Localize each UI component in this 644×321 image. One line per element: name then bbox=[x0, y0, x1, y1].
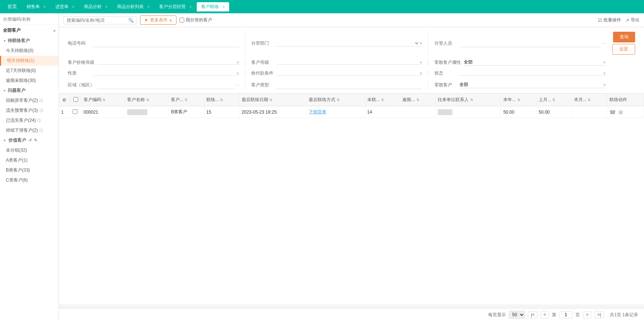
sort-contact-count-icon[interactable]: ⇅ bbox=[220, 98, 223, 102]
problem-group-title: 问题客户 bbox=[0, 86, 59, 96]
close-customer-contact-icon[interactable]: × bbox=[223, 4, 225, 9]
sort-this-month-icon[interactable]: ⇅ bbox=[588, 98, 591, 102]
sidebar-item-repurchase-abnormal[interactable]: 回购异常客户(2) ⓘ bbox=[0, 96, 59, 106]
filter-dept-select[interactable] bbox=[276, 40, 420, 46]
td-last-date: 2023-05-23 18:25: bbox=[239, 106, 306, 118]
th-name: 客户名称 ⇅ bbox=[125, 94, 169, 106]
th-action: 联络动作 bbox=[607, 94, 644, 106]
sort-code-icon[interactable]: ⇅ bbox=[102, 98, 105, 102]
nav-item-purchase[interactable]: 进货单 × bbox=[51, 2, 79, 11]
th-this-year-label: 本年... bbox=[503, 97, 516, 102]
edit-icon[interactable]: ✎ bbox=[34, 138, 37, 143]
horizontal-scrollbar[interactable] bbox=[59, 304, 644, 308]
sidebar-search-input[interactable] bbox=[3, 17, 58, 22]
prev-page-button[interactable]: < bbox=[540, 311, 549, 318]
nav-item-analysis[interactable]: 商品分析 × bbox=[80, 2, 112, 11]
th-type-label: 客户... bbox=[171, 97, 183, 102]
th-this-year: 本年... ⇅ bbox=[501, 94, 536, 106]
sidebar-item-unclassified[interactable]: 未分组(32) bbox=[0, 145, 59, 155]
last-method-link[interactable]: 下销货单 bbox=[309, 109, 326, 114]
filter-retail-label: 零散客户 bbox=[434, 82, 456, 88]
chevron-up-icon: ∧ bbox=[169, 18, 172, 23]
my-customers-checkbox[interactable] bbox=[179, 18, 184, 23]
td-no-contact: 14 bbox=[365, 106, 400, 118]
customer-name-masked: Ea bbox=[127, 109, 147, 115]
sort-no-contact-icon[interactable]: ⇅ bbox=[381, 98, 384, 102]
search-icon[interactable]: 🔍 bbox=[128, 18, 134, 23]
sort-last-date-icon[interactable]: ⇅ bbox=[269, 98, 272, 102]
export-icon: ↗ bbox=[626, 18, 629, 23]
manager-more-icon[interactable]: ··· bbox=[602, 41, 606, 45]
sort-last-method-icon[interactable]: ⇅ bbox=[337, 98, 340, 102]
sidebar-item-churn-warning[interactable]: 流失预警客户(3) ⓘ bbox=[0, 106, 59, 115]
search-input[interactable] bbox=[67, 18, 128, 23]
sort-unit-contact-icon[interactable]: ⇅ bbox=[470, 98, 473, 102]
per-page-select[interactable]: 50 bbox=[509, 311, 525, 319]
td-no: 1 bbox=[59, 106, 70, 118]
payment-chevron-icon: ∨ bbox=[420, 71, 422, 75]
sidebar-item-overdue[interactable]: 逾期未联络(30) bbox=[0, 76, 59, 86]
bulk-op-button[interactable]: ☑ 批量操作 bbox=[598, 17, 621, 23]
nav-item-customer-tier[interactable]: 客户分层经营 × bbox=[155, 2, 196, 11]
sort-type-icon[interactable]: ⇅ bbox=[185, 98, 188, 102]
nav-home[interactable]: 首页 bbox=[3, 2, 21, 11]
td-last-month: 50.00 bbox=[536, 106, 572, 118]
td-type: B类客户 bbox=[169, 106, 204, 118]
table-row: 1 000021 Ea B类客户 15 2023-05-23 18:25: 下销… bbox=[59, 106, 644, 118]
sidebar-item-churned[interactable]: 已流失客户(24) ⓘ bbox=[0, 115, 59, 125]
th-checkbox bbox=[70, 94, 81, 106]
unit-contact-masked bbox=[438, 109, 452, 115]
close-purchase-icon[interactable]: × bbox=[72, 4, 74, 9]
td-contact-count: 15 bbox=[204, 106, 239, 118]
set-button[interactable]: 设置 bbox=[612, 44, 635, 55]
row-checkbox[interactable] bbox=[73, 109, 77, 114]
info-icon-3: ⓘ bbox=[39, 128, 43, 133]
last-page-button[interactable]: >| bbox=[594, 311, 604, 318]
more-action-icon[interactable]: ⊞ bbox=[619, 109, 623, 115]
bulk-op-icon: ☑ bbox=[598, 18, 602, 23]
filter-payment-label: 收付款条件 bbox=[251, 70, 273, 76]
close-analysis-list-icon[interactable]: × bbox=[147, 4, 150, 9]
more-conditions-button[interactable]: ▼ 更多条件 ∧ bbox=[140, 15, 176, 25]
th-unit-contact: 往来单位联系人 ⇅ bbox=[435, 94, 501, 106]
nav-item-analysis-list[interactable]: 商品分析列表 × bbox=[113, 2, 154, 11]
export-button[interactable]: ↗ 导出 bbox=[626, 17, 640, 23]
filter-price-grade-label: 客户价格等级 bbox=[68, 59, 94, 66]
sort-this-year-icon[interactable]: ⇅ bbox=[517, 98, 520, 102]
sort-name-icon[interactable]: ⇅ bbox=[146, 98, 149, 102]
contact-action-icon[interactable]: ☎ bbox=[609, 109, 616, 115]
nav-item-customer-contact[interactable]: 客户联络 × bbox=[197, 2, 229, 11]
td-overdue bbox=[400, 106, 435, 118]
refresh-icon[interactable]: ↺ bbox=[28, 138, 32, 143]
close-sales-icon[interactable]: × bbox=[43, 4, 46, 9]
td-this-month bbox=[571, 106, 607, 118]
th-code-label: 客户编码 bbox=[84, 97, 101, 102]
region-more-icon[interactable]: ··· bbox=[236, 83, 239, 87]
select-all-checkbox[interactable] bbox=[73, 97, 78, 102]
close-analysis-icon[interactable]: × bbox=[105, 4, 108, 9]
all-customers-header[interactable]: 全部客户 « bbox=[0, 25, 59, 36]
sort-overdue-icon[interactable]: ⇅ bbox=[416, 98, 419, 102]
sidebar-item-today[interactable]: 今天待联络(0) bbox=[0, 46, 59, 56]
close-customer-tier-icon[interactable]: × bbox=[189, 4, 192, 9]
sort-last-month-icon[interactable]: ⇅ bbox=[552, 98, 555, 102]
query-button[interactable]: 查询 bbox=[613, 32, 635, 42]
sidebar-item-declining[interactable]: 持续下滑客户(2) ⓘ bbox=[0, 125, 59, 135]
sidebar-item-class-b[interactable]: B类客户(33) bbox=[0, 165, 59, 175]
sidebar: 🔍 全部客户 « 待联络客户 今天待联络(0) 明天待联络(1) 近7天待联络(… bbox=[0, 13, 59, 321]
sidebar-item-tomorrow[interactable]: 明天待联络(1) bbox=[0, 56, 59, 66]
sidebar-item-class-c[interactable]: C类客户(6) bbox=[0, 175, 59, 185]
th-last-date-label: 最后联络日期 bbox=[242, 97, 268, 102]
page-number-input[interactable] bbox=[559, 311, 573, 318]
sidebar-item-class-a[interactable]: A类客户(1) bbox=[0, 155, 59, 165]
collapse-icon[interactable]: « bbox=[53, 28, 56, 33]
th-last-month-label: 上月... bbox=[539, 97, 551, 102]
retail-chevron-icon: ∨ bbox=[603, 83, 606, 87]
nav-item-sales[interactable]: 销售单 × bbox=[22, 2, 50, 11]
next-page-button[interactable]: > bbox=[583, 311, 591, 318]
sidebar-item-7days[interactable]: 近7天待联络(0) bbox=[0, 66, 59, 76]
first-page-button[interactable]: |< bbox=[528, 311, 538, 318]
gear-icon[interactable]: ⚙ bbox=[62, 97, 66, 103]
retail-attr-value: 全部 bbox=[464, 59, 603, 65]
th-last-month: 上月... ⇅ bbox=[536, 94, 572, 106]
